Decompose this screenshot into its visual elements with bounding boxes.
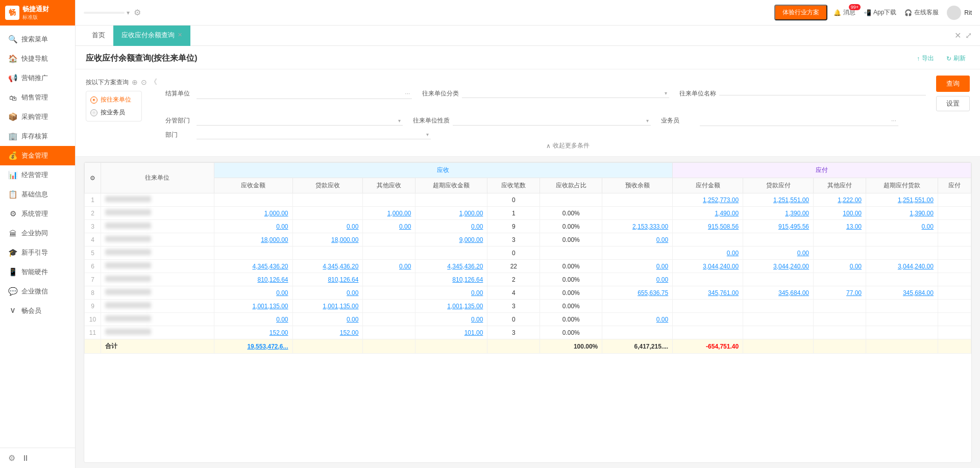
expand-tab-btn[interactable]: ⤢	[965, 31, 972, 40]
customer-service-btn[interactable]: 🎧 在线客服	[904, 8, 939, 17]
row-overdue-payable	[866, 313, 938, 326]
sidebar-item-inventory[interactable]: 🏢 库存核算	[0, 127, 75, 146]
settings-footer-icon[interactable]: ⚙	[8, 453, 15, 463]
settlement-dots[interactable]: ···	[405, 90, 410, 97]
partner-category-select[interactable]: ▾	[462, 89, 669, 98]
sidebar-label-system: 系统管理	[21, 209, 48, 218]
dept-manage-select[interactable]: ▾	[197, 116, 403, 126]
main-content: 首页 应收应付余额查询 ✕ ✕ ⤢ 应收应付余额查询(按往来单位) ↑ 导出 ↻…	[76, 26, 980, 468]
tab-controls: ✕ ⤢	[954, 31, 972, 40]
filter-label: 按以下方案查询	[86, 78, 129, 87]
sidebar-item-search[interactable]: 🔍 搜索菜单	[0, 30, 75, 49]
row-overdue-receivable: 101.00	[415, 326, 487, 339]
promo-button[interactable]: 体验行业方案	[774, 5, 827, 20]
tab-query[interactable]: 应收应付余额查询 ✕	[113, 26, 190, 46]
header-settings-icon[interactable]: ⚙	[134, 8, 141, 17]
query-button[interactable]: 查询	[936, 76, 970, 92]
row-other-receivable	[363, 193, 415, 207]
sidebar-item-sales[interactable]: 🛍 销售管理	[0, 88, 75, 107]
purchase-icon: 📦	[8, 112, 17, 121]
search-icon: 🔍	[8, 35, 17, 44]
row-num: 6	[85, 260, 101, 273]
refresh-button[interactable]: ↻ 刷新	[942, 52, 970, 65]
row-receivable-count: 22	[487, 260, 540, 273]
close-tab-btn[interactable]: ✕	[954, 31, 961, 40]
row-prepaid-balance: 2,153,333.00	[602, 220, 673, 233]
member-icon: V	[8, 307, 17, 314]
row-payable-extra	[938, 300, 971, 313]
sidebar-label-finance: 资金管理	[21, 151, 48, 160]
filter-collapse-btn[interactable]: ∧ 收起更多条件	[165, 141, 970, 150]
row-overdue-receivable: 1,001,135.00	[415, 300, 487, 313]
sidebar-item-guide[interactable]: 🎓 新手引导	[0, 243, 75, 262]
row-receivable-ratio	[540, 193, 602, 207]
th-settings[interactable]: ⚙	[85, 163, 101, 193]
partner-nature-select[interactable]: ▾	[453, 116, 650, 126]
salesperson-dots[interactable]: ···	[891, 117, 896, 124]
sidebar-item-basic[interactable]: 📋 基础信息	[0, 185, 75, 204]
sidebar-item-member[interactable]: V 畅会员	[0, 301, 75, 321]
row-payable-extra	[938, 247, 971, 260]
filter-add-icon[interactable]: ⊕	[132, 78, 138, 86]
scheme-label-by-unit: 按往来单位	[101, 95, 131, 104]
sidebar-item-purchase[interactable]: 📦 采购管理	[0, 107, 75, 127]
inventory-icon: 🏢	[8, 132, 17, 141]
sidebar-logo: 畅 畅捷通财 标准版	[0, 0, 75, 26]
settlement-input[interactable]: ···	[197, 88, 412, 99]
finance-icon: 💰	[8, 151, 17, 160]
home-icon: 🏠	[8, 54, 17, 63]
row-partner	[101, 220, 214, 233]
sidebar-item-finance[interactable]: 💰 资金管理	[0, 146, 75, 165]
row-loan-payable: 1,251,551.00	[743, 193, 814, 207]
filter-edit-icon[interactable]: ⊙	[141, 78, 147, 86]
tab-close-icon[interactable]: ✕	[178, 32, 182, 38]
row-num: 9	[85, 300, 101, 313]
row-overdue-receivable	[415, 247, 487, 260]
app-download-btn[interactable]: 📲 App下载	[864, 8, 896, 17]
notifications-btn[interactable]: 🔔 消息 99+	[834, 8, 855, 17]
dept-select[interactable]: ▾	[197, 130, 431, 139]
filter-partner-nature-label: 往来单位性质	[413, 116, 450, 125]
tab-bar: 首页 应收应付余额查询 ✕ ✕ ⤢	[76, 26, 980, 46]
row-payable-extra	[938, 273, 971, 286]
table-scroll[interactable]: ⚙ 往来单位 应收 应付 应收金额 贷款应收 其他应收 超期应收金额 应收笔数 …	[84, 162, 971, 462]
salesperson-input[interactable]: ···	[700, 115, 898, 126]
sidebar-item-quicknav[interactable]: 🏠 快捷导航	[0, 49, 75, 68]
sidebar-item-marketing[interactable]: 📢 营销推广	[0, 68, 75, 88]
row-overdue-receivable: 0.00	[415, 220, 487, 233]
row-loan-payable: 345,684.00	[743, 286, 814, 300]
row-payable-extra	[938, 326, 971, 339]
sidebar-item-wechat[interactable]: 💬 企业微信	[0, 282, 75, 301]
set-button[interactable]: 设置	[936, 96, 970, 111]
dropdown-icon[interactable]: ▾	[127, 9, 130, 16]
sidebar-label-wechat: 企业微信	[21, 287, 48, 296]
sidebar-label-quicknav: 快捷导航	[21, 54, 48, 63]
wechat-icon: 💬	[8, 287, 17, 296]
sidebar-item-operation[interactable]: 📊 经营管理	[0, 165, 75, 185]
summary-receivable-amt-link[interactable]: 19,553,472,6...	[247, 343, 288, 350]
sidebar-item-corp[interactable]: 🏛 企业协同	[0, 224, 75, 243]
sidebar-item-system[interactable]: ⚙ 系统管理	[0, 204, 75, 224]
sidebar-item-hardware[interactable]: 📱 智能硬件	[0, 262, 75, 282]
row-num: 3	[85, 220, 101, 233]
row-payable-amt	[673, 326, 743, 339]
scheme-item-by-staff[interactable]: ○ 按业务员	[86, 106, 141, 119]
th-payable-amt: 应付金额	[673, 178, 743, 193]
refresh-icon: ↻	[946, 55, 951, 62]
row-partner	[101, 260, 214, 273]
tab-query-label: 应收应付余额查询	[121, 31, 175, 40]
row-payable-amt: 915,508.56	[673, 220, 743, 233]
scheme-item-by-unit[interactable]: ● 按往来单位	[86, 93, 141, 106]
page-title: 应收应付余额查询(按往来单位)	[86, 53, 198, 64]
partner-name-input[interactable]	[719, 92, 926, 95]
export-icon: ↑	[917, 55, 920, 62]
user-menu[interactable]: Rit	[947, 6, 972, 20]
pause-footer-icon[interactable]: ⏸	[21, 454, 30, 463]
tab-home[interactable]: 首页	[84, 26, 113, 46]
guide-icon: 🎓	[8, 248, 17, 257]
partner-category-chevron: ▾	[665, 90, 667, 96]
filter-collapse-icon[interactable]: 《	[150, 78, 157, 87]
filter-dept-manage: 分管部门 ▾	[165, 116, 403, 126]
table-row: 91,001,135.001,001,135.001,001,135.0030.…	[85, 300, 971, 313]
export-button[interactable]: ↑ 导出	[913, 52, 938, 65]
